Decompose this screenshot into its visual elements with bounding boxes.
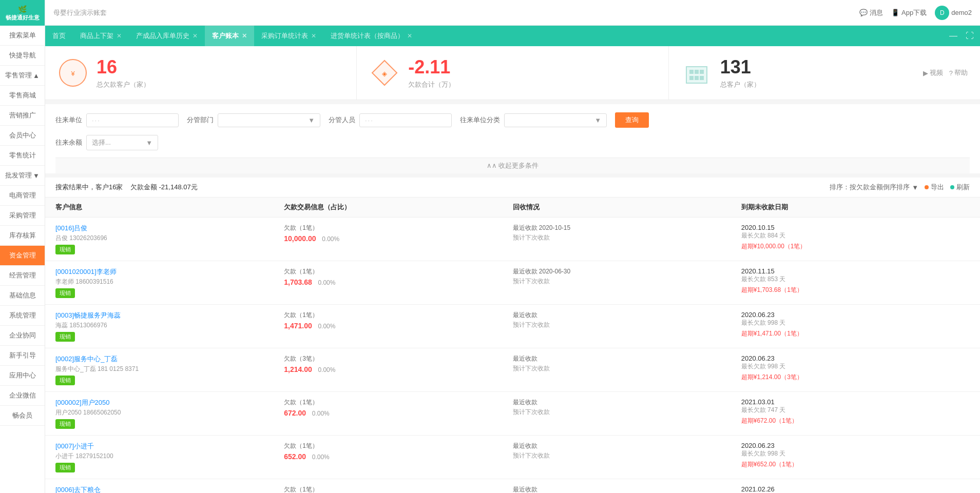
sidebar-item-inventory[interactable]: 库存核算 — [0, 226, 45, 246]
sidebar-item-newbie[interactable]: 新手引导 — [0, 346, 45, 366]
sidebar-item-member[interactable]: 会员中心 — [0, 126, 45, 146]
debt-cell: 欠款（1笔） 672.00 0.00% — [284, 398, 512, 417]
play-icon: ▶ — [923, 69, 928, 77]
debt-amount[interactable]: 1,471.00 — [284, 322, 312, 330]
customer-cell: [000002]用户2050 用户2050 18665062050 现销 — [55, 398, 284, 429]
last-collection: 最近收款 2020-10-15 — [513, 224, 741, 232]
customer-sub: 海蕊 18513066976 — [55, 321, 284, 330]
app-download-btn[interactable]: 📱 App下载 — [891, 8, 927, 17]
customer-name-link[interactable]: [0003]畅捷服务尹海蕊 — [55, 311, 284, 320]
customer-tag: 现销 — [55, 245, 75, 254]
balance-select[interactable]: 选择... ▼ — [86, 135, 158, 150]
export-btn[interactable]: 导出 — [925, 183, 944, 192]
sidebar-item-system[interactable]: 系统管理 — [0, 306, 45, 326]
sidebar-logo: 🌿 畅捷通好生意 — [0, 0, 45, 26]
search-button[interactable]: 查询 — [615, 112, 649, 128]
department-select[interactable]: ▼ — [218, 113, 320, 127]
account-name: 母婴行业演示账套 — [53, 8, 107, 17]
debt-amount[interactable]: 652.00 — [284, 452, 306, 461]
due-date: 2020.06.23 — [741, 442, 970, 449]
close-icon-2[interactable]: ✕ — [193, 32, 198, 40]
sidebar: 🌿 畅捷通好生意 搜索菜单 快捷导航 零售管理 ▲ 零售商城 营销推广 会员中心… — [0, 0, 45, 493]
customer-name-link[interactable]: [0007]小进千 — [55, 442, 284, 451]
collapse-button[interactable]: ∧∧ 收起更多条件 — [55, 157, 970, 173]
minimize-icon[interactable]: — — [947, 29, 959, 43]
user-avatar[interactable]: D demo2 — [935, 6, 972, 20]
sort-dropdown[interactable]: 排序：按欠款金额倒序排序 ▼ — [830, 183, 918, 192]
sidebar-item-member-plus[interactable]: 畅会员 — [0, 406, 45, 426]
avatar-icon: D — [935, 6, 949, 20]
tab-purchase-stats[interactable]: 采购订单统计表 ✕ — [254, 26, 323, 46]
debt-amount[interactable]: 672.00 — [284, 409, 306, 417]
next-collection: 预计下次收款 — [513, 277, 741, 286]
help-link[interactable]: ? 帮助 — [949, 68, 968, 77]
sidebar-item-enterprise[interactable]: 企业协同 — [0, 326, 45, 346]
sidebar-item-app-center[interactable]: 应用中心 — [0, 366, 45, 386]
refresh-btn[interactable]: 刷新 — [950, 183, 970, 192]
tab-stock-stats[interactable]: 进货单统计表（按商品） ✕ — [323, 26, 419, 46]
due-cell: 2021.03.01 最长欠款 747 天 超期¥672.00（1笔） — [741, 398, 970, 425]
sidebar-item-purchase[interactable]: 采购管理 — [0, 206, 45, 226]
category-select[interactable]: ▼ — [504, 113, 607, 127]
filter-balance: 往来余额 选择... ▼ — [55, 135, 158, 150]
debt-amount[interactable]: 10,000.00 — [284, 234, 316, 243]
debt-amount[interactable]: 1,214.00 — [284, 365, 312, 373]
overdue-link[interactable]: 超期¥672.00（1笔） — [741, 417, 970, 425]
customer-name-link[interactable]: [0006]去下粮仓 — [55, 485, 284, 493]
mobile-icon: 📱 — [891, 9, 899, 16]
overdue-link[interactable]: 超期¥1,471.00（1笔） — [741, 329, 970, 338]
person-input[interactable]: ··· — [359, 113, 452, 127]
close-icon[interactable]: ✕ — [117, 32, 122, 40]
last-collection: 最近收款 2020-06-30 — [513, 267, 741, 276]
customer-cell: [0007]小进千 小进千 18279152100 现销 — [55, 442, 284, 472]
table-row: [0002]服务中心_丁磊 服务中心_丁磊 181 0125 8371 现销 欠… — [45, 348, 980, 392]
close-icon-4[interactable]: ✕ — [311, 32, 316, 40]
table-row: [0003]畅捷服务尹海蕊 海蕊 18513066976 现销 欠款（1笔） 1… — [45, 305, 980, 348]
svg-rect-5 — [689, 70, 694, 74]
overdue-link[interactable]: 超期¥1,214.00（3笔） — [741, 373, 970, 382]
tab-product-shelf[interactable]: 商品上下架 ✕ — [73, 26, 129, 46]
counterparty-label: 往来单位 — [55, 115, 82, 125]
customer-name-link[interactable]: [000002]用户2050 — [55, 398, 284, 407]
close-icon-5[interactable]: ✕ — [407, 32, 412, 40]
video-link[interactable]: ▶ 视频 — [923, 68, 943, 77]
sidebar-item-retail-mgmt[interactable]: 零售管理 ▲ — [0, 66, 45, 86]
customer-name-link[interactable]: [0016]吕俊 — [55, 224, 284, 233]
close-icon-3[interactable]: ✕ — [242, 32, 247, 40]
tab-warehouse-history[interactable]: 产成品入库单历史 ✕ — [129, 26, 205, 46]
help-icon: ? — [949, 69, 953, 77]
counterparty-input[interactable]: ··· — [86, 113, 179, 127]
sidebar-item-wechat[interactable]: 企业微信 — [0, 386, 45, 406]
building-icon — [681, 57, 712, 88]
sidebar-item-retail-stats[interactable]: 零售统计 — [0, 146, 45, 166]
customer-name-link[interactable]: [0001020001]李老师 — [55, 267, 284, 277]
customer-name-link[interactable]: [0002]服务中心_丁磊 — [55, 354, 284, 364]
message-btn[interactable]: 💬 消息 — [859, 8, 883, 17]
maximize-icon[interactable]: ⛶ — [964, 29, 976, 43]
due-date: 2020.06.23 — [741, 354, 970, 362]
sidebar-item-finance[interactable]: 资金管理 — [0, 246, 45, 266]
sidebar-item-ecommerce[interactable]: 电商管理 — [0, 186, 45, 206]
debt-amount[interactable]: 1,703.68 — [284, 278, 312, 286]
sidebar-item-operations[interactable]: 经营管理 — [0, 266, 45, 286]
customer-cell: [0006]去下粮仓 陈小希 现销 — [55, 485, 284, 493]
sidebar-item-basic-info[interactable]: 基础信息 — [0, 286, 45, 306]
sidebar-item-wholesale[interactable]: 批发管理 ▼ — [0, 166, 45, 186]
due-cell: 2020.06.23 最长欠款 998 天 超期¥1,471.00（1笔） — [741, 311, 970, 338]
overdue-link[interactable]: 超期¥10,000.00（1笔） — [741, 242, 970, 251]
sidebar-item-marketing[interactable]: 营销推广 — [0, 106, 45, 126]
person-label: 分管人员 — [329, 115, 355, 125]
svg-rect-9 — [695, 76, 699, 80]
tab-home[interactable]: 首页 — [45, 26, 73, 46]
table-row: [0001020001]李老师 李老师 18600391516 现销 欠款（1笔… — [45, 261, 980, 305]
sidebar-item-retail-mall[interactable]: 零售商城 — [0, 86, 45, 106]
overdue-link[interactable]: 超期¥1,703.68（1笔） — [741, 286, 970, 294]
tab-customer-ledger[interactable]: 客户账本 ✕ — [205, 26, 254, 46]
sidebar-item-quick-nav[interactable]: 快捷导航 — [0, 46, 45, 66]
last-collection: 最近收款 — [513, 311, 741, 320]
debt-cell: 欠款（1笔） 1,703.68 0.00% — [284, 267, 512, 286]
collection-cell: 最近收款 2020-10-15 预计下次收款 — [513, 224, 741, 242]
overdue-link[interactable]: 超期¥652.00（1笔） — [741, 460, 970, 469]
sidebar-item-search[interactable]: 搜索菜单 — [0, 26, 45, 46]
collection-cell: 最近收款 预计下次收款 — [513, 398, 741, 417]
